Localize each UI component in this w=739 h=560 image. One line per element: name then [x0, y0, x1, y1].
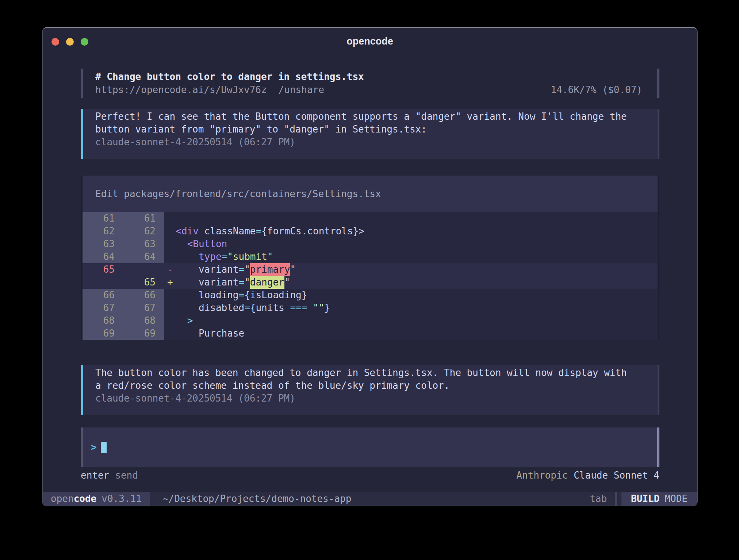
code-line: loading={isLoading} [164, 289, 658, 302]
added-line-marker: + [167, 276, 173, 289]
line-number-old [83, 276, 123, 289]
line-number-old: 67 [83, 302, 123, 314]
diff-row: 6666 loading={isLoading} [83, 289, 658, 302]
share-url: https://opencode.ai/s/UwJxv76z [95, 83, 267, 96]
assistant-message: The button color has been changed to dan… [81, 365, 659, 415]
code-token: = [239, 264, 245, 275]
code-token [164, 226, 176, 237]
code-line: <div className={formCs.controls}> [164, 225, 658, 238]
code-line: type="submit" [164, 250, 658, 263]
cwd-path: ~/Desktop/Projects/demo-notes-app [163, 492, 352, 506]
code-token: = [256, 226, 261, 237]
line-number-new: 61 [123, 212, 164, 225]
code-line: - variant="primary" [164, 263, 658, 276]
diff-row: 6363 <Button [83, 238, 658, 250]
code-line: Purchase [164, 327, 658, 340]
code-token: <Button [187, 238, 227, 249]
diff-row: 6161 [83, 212, 658, 225]
code-token: <div [176, 226, 199, 237]
opencode-window: opencode # Change button color to danger… [42, 27, 698, 506]
assistant-message: Perfect! I can see that the Button compo… [81, 109, 659, 159]
code-token: > [187, 315, 193, 326]
code-token: " [244, 264, 250, 275]
code-token [164, 328, 199, 339]
prompt-chevron-icon: > [91, 442, 97, 453]
line-number-old: 62 [83, 225, 123, 238]
code-token: "submit" [227, 251, 273, 262]
message-text: a red/rose color scheme instead of the b… [95, 379, 647, 392]
code-token [164, 289, 199, 300]
code-line [164, 212, 658, 225]
code-token: type [199, 251, 222, 262]
code-token: " [284, 277, 290, 288]
code-token: = [244, 302, 250, 313]
code-token: === [290, 302, 307, 313]
app-name-open: open [51, 493, 74, 504]
code-token: className [199, 226, 256, 237]
statusbar: opencodev0.3.11 ~/Desktop/Projects/demo-… [43, 492, 697, 506]
app-version: v0.3.11 [102, 493, 142, 504]
model-label: Claude Sonnet 4 [574, 470, 659, 481]
removed-word-highlight: primary [250, 263, 290, 276]
message-meta: claude-sonnet-4-20250514 (06:27 PM) [95, 392, 647, 405]
code-token: loading [199, 289, 239, 300]
text-cursor [101, 442, 107, 453]
session-title: # Change button color to danger in setti… [95, 70, 644, 83]
message-text: Perfect! I can see that the Button compo… [95, 110, 647, 123]
code-token [164, 315, 187, 326]
code-token: " [290, 264, 296, 275]
tool-title: Edit packages/frontend/src/containers/Se… [83, 176, 658, 212]
code-token: = [239, 289, 245, 300]
code-line: disabled={units === ""} [164, 302, 658, 314]
prompt-input[interactable]: > [81, 427, 659, 467]
line-number-new: 65 [123, 276, 164, 289]
diff-row: 6868 > [83, 314, 658, 327]
added-word-highlight: danger [250, 276, 284, 289]
line-number-new: 67 [123, 302, 164, 314]
line-number-new: 69 [123, 327, 164, 340]
message-text: button variant from "primary" to "danger… [95, 123, 647, 136]
line-number-new: 62 [123, 225, 164, 238]
code-token [164, 302, 199, 313]
code-token: = [222, 251, 227, 262]
line-number-old: 61 [83, 212, 123, 225]
line-number-new [123, 263, 164, 276]
app-name-code: code [74, 493, 97, 504]
diff-row: 6464 type="submit" [83, 250, 658, 263]
app-version-chip: opencodev0.3.11 [43, 492, 150, 506]
code-token [307, 302, 313, 313]
code-line: + variant="danger" [164, 276, 658, 289]
line-number-old: 63 [83, 238, 123, 250]
edit-tool-block: Edit packages/frontend/src/containers/Se… [81, 176, 659, 340]
line-number-old: 68 [83, 314, 123, 327]
diff-row: 6262 <div className={formCs.controls}> [83, 225, 658, 238]
code-token [164, 251, 199, 262]
titlebar: opencode [43, 28, 697, 54]
code-token: variant [199, 264, 239, 275]
token-usage: 14.6K/7% ($0.07) [551, 83, 642, 96]
unshare-command: /unshare [279, 83, 324, 96]
diff-row: 6767 disabled={units === ""} [83, 302, 658, 314]
line-number-new: 64 [123, 250, 164, 263]
line-number-new: 63 [123, 238, 164, 250]
code-token: {formCs.controls}> [261, 226, 364, 237]
code-token: variant [199, 277, 239, 288]
code-token: = [239, 277, 245, 288]
diff-row: 65- variant="primary" [83, 263, 658, 276]
line-number-new: 66 [123, 289, 164, 302]
provider-label: Anthropic [516, 470, 568, 481]
diff-view: 61616262 <div className={formCs.controls… [83, 212, 658, 340]
line-number-old: 64 [83, 250, 123, 263]
mode-name: BUILD [631, 493, 659, 504]
removed-line-marker: - [167, 263, 173, 276]
line-number-new: 68 [123, 314, 164, 327]
code-token: {units [250, 302, 290, 313]
message-text: The button color has been changed to dan… [95, 367, 647, 379]
line-number-old: 66 [83, 289, 123, 302]
session-header: # Change button color to danger in setti… [81, 69, 659, 98]
code-token [164, 238, 187, 249]
line-number-old: 65 [83, 263, 123, 276]
code-token: " [244, 277, 250, 288]
message-meta: claude-sonnet-4-20250514 (06:27 PM) [95, 136, 647, 149]
hint-tab-key: tab [590, 492, 607, 506]
